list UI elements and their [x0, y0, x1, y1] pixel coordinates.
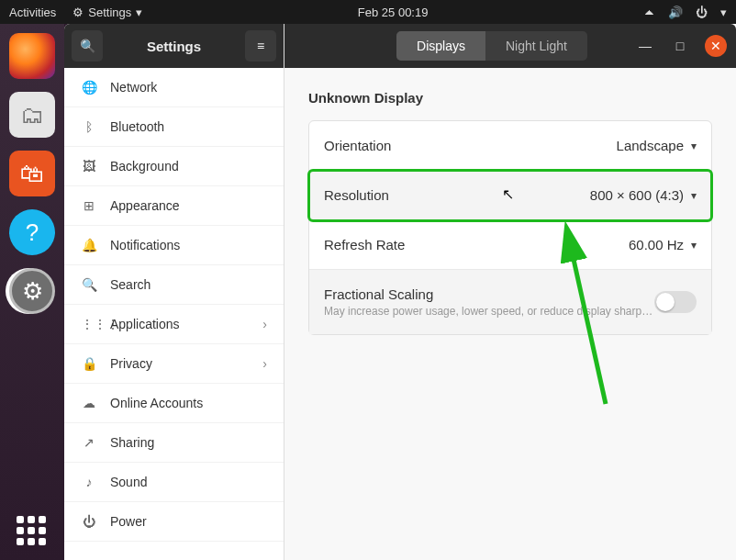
settings-window: 🔍 Settings ≡ 🌐 Network ᛒ Bluetooth 🖼 Bac… [64, 24, 736, 560]
system-status-area[interactable]: ⏶ 🔊 ⏻ ▾ [643, 6, 727, 19]
sidebar-item-power[interactable]: ⏻ Power [64, 502, 284, 542]
gear-icon: ⚙ [72, 6, 84, 19]
sidebar-item-label: Network [110, 80, 157, 95]
sidebar-item-icon: 🔔 [81, 238, 97, 252]
sidebar-item-label: Notifications [110, 238, 180, 252]
dock-files[interactable]: 🗂 [9, 92, 55, 138]
system-top-bar: Activities ⚙ Settings ▾ Feb 25 00:19 ⏶ 🔊… [0, 0, 736, 24]
sidebar-item-icon: ↗ [81, 435, 97, 450]
tab-displays[interactable]: Displays [396, 31, 485, 61]
search-button[interactable]: 🔍 [72, 30, 103, 62]
refresh-rate-value: 60.00 Hz [629, 237, 684, 252]
sidebar-item-icon: ⋮⋮⋮ [81, 317, 97, 331]
network-icon: ⏶ [643, 6, 655, 19]
sidebar-item-icon: 🔒 [81, 356, 97, 371]
search-icon: 🔍 [80, 39, 95, 53]
sidebar-item-label: Privacy [110, 356, 152, 371]
clock[interactable]: Feb 25 00:19 [358, 6, 429, 19]
power-icon: ⏻ [696, 6, 708, 19]
chevron-down-icon: ▾ [691, 239, 697, 252]
sidebar-item-label: Applications [110, 317, 180, 331]
dock-firefox[interactable] [9, 33, 55, 79]
sidebar-item-icon: 🌐 [81, 80, 97, 95]
header-tabs: Displays Night Light [396, 31, 587, 61]
sidebar-item-icon: ⏻ [81, 514, 97, 529]
sidebar-item-label: Online Accounts [110, 396, 203, 410]
tab-night-light[interactable]: Night Light [485, 31, 587, 61]
sidebar-item-sound[interactable]: ♪ Sound [64, 463, 284, 502]
refresh-rate-label: Refresh Rate [324, 237, 629, 252]
sidebar-header: 🔍 Settings ≡ [64, 24, 284, 68]
sidebar-list: 🌐 Network ᛒ Bluetooth 🖼 Background ⊞ App… [64, 68, 284, 560]
chevron-right-icon: › [262, 317, 267, 331]
sidebar-item-online-accounts[interactable]: ☁ Online Accounts [64, 384, 284, 423]
sidebar-item-label: Bluetooth [110, 119, 164, 134]
app-menu-button[interactable]: ⚙ Settings ▾ [72, 6, 142, 19]
hamburger-menu-button[interactable]: ≡ [245, 30, 276, 62]
chevron-down-icon: ▾ [720, 6, 727, 19]
sidebar-item-label: Appearance [110, 198, 180, 213]
show-applications-button[interactable] [17, 516, 48, 547]
chevron-right-icon: › [262, 356, 267, 371]
sidebar-item-bluetooth[interactable]: ᛒ Bluetooth [64, 107, 284, 147]
sidebar-item-label: Sharing [110, 435, 154, 450]
sidebar-item-notifications[interactable]: 🔔 Notifications [64, 226, 284, 265]
hamburger-icon: ≡ [257, 39, 264, 53]
sidebar-item-background[interactable]: 🖼 Background [64, 147, 284, 186]
display-name-heading: Unknown Display [308, 90, 712, 106]
fractional-scaling-label: Fractional Scaling [324, 286, 654, 302]
dock-help[interactable]: ? [9, 209, 55, 255]
activities-button[interactable]: Activities [9, 6, 56, 19]
main-header: Displays Night Light — □ ✕ [284, 24, 736, 68]
sidebar-item-search[interactable]: 🔍 Search [64, 265, 284, 305]
dock: 🗂 🛍 ? ⚙ [0, 24, 64, 560]
minimize-button[interactable]: — [635, 36, 655, 56]
row-refresh-rate[interactable]: Refresh Rate 60.00 Hz ▾ [309, 220, 711, 270]
sidebar-item-icon: ᛒ [81, 119, 97, 134]
row-resolution[interactable]: Resolution 800 × 600 (4:3) ▾ ↖ [309, 171, 711, 220]
window-title: Settings [112, 39, 236, 54]
orientation-label: Orientation [324, 138, 617, 153]
main-panel: Displays Night Light — □ ✕ Unknown Displ… [284, 24, 736, 560]
sidebar: 🔍 Settings ≡ 🌐 Network ᛒ Bluetooth 🖼 Bac… [64, 24, 284, 560]
sidebar-item-label: Search [110, 277, 151, 292]
sidebar-item-icon: 🖼 [81, 159, 97, 174]
sidebar-item-sharing[interactable]: ↗ Sharing [64, 423, 284, 463]
resolution-label: Resolution [324, 187, 590, 203]
sidebar-item-applications[interactable]: ⋮⋮⋮ Applications › [64, 305, 284, 344]
volume-icon: 🔊 [668, 6, 683, 19]
app-menu-label: Settings [88, 6, 131, 19]
sidebar-item-icon: ☁ [81, 396, 97, 410]
window-controls: — □ ✕ [635, 35, 727, 57]
close-button[interactable]: ✕ [705, 35, 727, 57]
orientation-value: Landscape [617, 138, 684, 153]
sidebar-item-privacy[interactable]: 🔒 Privacy › [64, 344, 284, 384]
maximize-button[interactable]: □ [670, 36, 690, 56]
chevron-down-icon: ▾ [136, 6, 142, 19]
display-settings-rows: Orientation Landscape ▾ Resolution 800 ×… [308, 120, 712, 335]
row-fractional-scaling: Fractional Scaling May increase power us… [309, 270, 711, 334]
sidebar-item-network[interactable]: 🌐 Network [64, 68, 284, 107]
displays-content: Unknown Display Orientation Landscape ▾ … [284, 68, 736, 357]
sidebar-item-icon: ♪ [81, 475, 97, 489]
fractional-scaling-sub: May increase power usage, lower speed, o… [324, 305, 654, 318]
sidebar-item-label: Power [110, 514, 147, 529]
chevron-down-icon: ▾ [691, 189, 697, 202]
sidebar-item-label: Background [110, 159, 179, 174]
resolution-value: 800 × 600 (4:3) [590, 187, 684, 203]
fractional-scaling-toggle[interactable] [654, 291, 697, 313]
sidebar-item-icon: ⊞ [81, 198, 97, 213]
sidebar-item-label: Sound [110, 475, 147, 489]
dock-software[interactable]: 🛍 [9, 151, 55, 196]
dock-settings[interactable]: ⚙ [9, 268, 55, 314]
row-orientation[interactable]: Orientation Landscape ▾ [309, 121, 711, 171]
sidebar-item-appearance[interactable]: ⊞ Appearance [64, 186, 284, 226]
chevron-down-icon: ▾ [691, 140, 697, 152]
sidebar-item-icon: 🔍 [81, 277, 97, 292]
